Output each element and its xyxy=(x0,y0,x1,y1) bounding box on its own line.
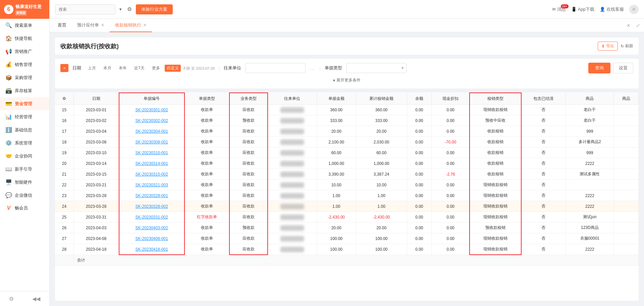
td-product: 2222 xyxy=(566,201,614,212)
filter-setting-button[interactable]: 设置 xyxy=(613,63,633,73)
expand-more-button[interactable]: ▾ 展开更多条件 xyxy=(330,76,363,84)
settings-bottom-icon[interactable]: ⚙ xyxy=(6,294,16,303)
td-order-no[interactable]: SK-20230310-001 xyxy=(119,147,184,158)
td-order-no[interactable]: SK-20230328-001 xyxy=(119,190,184,201)
filter-separator-2: | xyxy=(319,66,320,71)
app-download-button[interactable]: 📱 App下载 xyxy=(571,6,594,12)
th-product2: 商品 xyxy=(614,93,639,105)
topbar-right: ✉ 消息 99+ 📱 App下载 👤 在线客服 R xyxy=(552,5,639,14)
table-scroll[interactable]: ⚙ 日期 单据编号 单据类型 业务类型 往来单位 单据金额 累计核销金额 余额 … xyxy=(55,93,639,301)
hardware-icon: 🖥️ xyxy=(5,179,12,185)
tabs-bar: 首页 预计应付单 ✕ 收款核销执行 ✕ ✕ ⤢ xyxy=(50,19,644,32)
td-verified-amount: 20.00 xyxy=(356,126,407,137)
th-verify-type: 核销类型 xyxy=(470,93,521,105)
collapse-icon[interactable]: ◀◀ xyxy=(30,294,43,303)
td-date: 2023-03-04 xyxy=(73,126,119,137)
td-doc-type: 收款单 xyxy=(184,147,229,158)
td-product: 老白干 xyxy=(566,115,614,126)
filter-date-last-month[interactable]: 上月 xyxy=(85,65,99,72)
td-verified-amount: 1.00 xyxy=(356,190,407,201)
td-order-no[interactable]: SK-20230418-001 xyxy=(119,244,184,255)
tab-home[interactable]: 首页 xyxy=(52,19,72,32)
export-button[interactable]: ⬆ 导出 xyxy=(598,42,618,51)
sidebar-item-enterprise[interactable]: 🤝 企业协同 xyxy=(0,149,49,163)
filter-date-this-month[interactable]: 本月 xyxy=(101,65,114,72)
sidebar-item-quicknav[interactable]: 🏠 快捷导航 xyxy=(0,32,49,45)
td-order-no[interactable]: SK-20230314-001 xyxy=(119,158,184,169)
user-avatar[interactable]: R xyxy=(629,5,639,14)
table-row: 232023-03-28SK-20230328-001收款单应收款███████… xyxy=(55,190,639,201)
topbar-search-input[interactable] xyxy=(55,4,115,14)
online-service-button[interactable]: 👤 在线客服 xyxy=(600,6,624,12)
tab-verify[interactable]: 收款核销执行 ✕ xyxy=(110,19,152,32)
td-verified-amount: 2,030.00 xyxy=(356,137,407,147)
td-product: 老白干 xyxy=(566,105,614,115)
notification-button[interactable]: ✉ 消息 99+ xyxy=(552,6,566,12)
tab-verify-close[interactable]: ✕ xyxy=(143,23,147,27)
tab-prepay[interactable]: 预计应付单 ✕ xyxy=(72,19,110,32)
td-order-no[interactable]: SK-20230331-002 xyxy=(119,212,184,223)
topbar-gear-icon[interactable]: ⚙ xyxy=(127,6,132,12)
td-order-no[interactable]: SK-20230321-003 xyxy=(119,180,184,190)
sidebar-item-operations[interactable]: 📊 经营管理 xyxy=(0,110,49,123)
td-balance: 0.00 xyxy=(407,169,431,180)
sidebar-item-system[interactable]: ⚙️ 系统管理 xyxy=(0,136,49,149)
filter-date-7days[interactable]: 近7天 xyxy=(131,65,147,72)
td-order-no[interactable]: SK-20230328-002 xyxy=(119,201,184,212)
td-order-no[interactable]: SK-20230408-001 xyxy=(119,233,184,244)
td-order-no[interactable]: SK-20230301-002 xyxy=(119,105,184,115)
sidebar-item-member[interactable]: V 畅会员 xyxy=(0,202,49,215)
td-include-settled: 否 xyxy=(521,137,566,147)
filter-query-button[interactable]: 查询 xyxy=(588,63,610,73)
sidebar-item-hardware[interactable]: 🖥️ 智能硬件 xyxy=(0,176,49,189)
sidebar-item-purchase[interactable]: 📦 采购管理 xyxy=(0,71,49,84)
system-icon: ⚙️ xyxy=(5,140,12,146)
td-verified-amount: 10.00 xyxy=(356,180,407,190)
sidebar-item-marketing[interactable]: 📢 营销推广 xyxy=(0,45,49,58)
notification-icon: ✉ xyxy=(552,7,556,12)
td-order-no[interactable]: SK-20230302-002 xyxy=(119,115,184,126)
filter-date-custom[interactable]: 自定义 xyxy=(165,65,181,72)
tab-close-all-icon[interactable]: ✕ xyxy=(625,22,632,29)
td-rownum: 20 xyxy=(55,158,73,169)
tab-expand-icon[interactable]: ⤢ xyxy=(635,22,641,29)
sidebar-item-basic[interactable]: ℹ️ 基础信息 xyxy=(0,123,49,136)
td-order-no[interactable]: SK-20230304-001 xyxy=(119,126,184,137)
refresh-button[interactable]: ↻ 刷新 xyxy=(621,42,633,51)
refresh-label: 刷新 xyxy=(625,43,633,49)
td-biz-type: 应收款 xyxy=(229,158,268,169)
sidebar-item-finance[interactable]: 💳 资金管理 xyxy=(0,97,49,110)
filter-date-this-year[interactable]: 本年 xyxy=(116,65,129,72)
sidebar-item-sales[interactable]: 💰 销售管理 xyxy=(0,58,49,71)
td-doc-type: 收款单 xyxy=(184,105,229,115)
th-date: 日期 xyxy=(73,93,119,105)
td-verify-type: 现销收款核销 xyxy=(470,201,521,212)
td-order-no[interactable]: SK-20230315-002 xyxy=(119,169,184,180)
td-product-img xyxy=(614,158,639,169)
sidebar-label-inventory: 库存核算 xyxy=(15,88,32,94)
sidebar-item-guide[interactable]: 📖 新手引导 xyxy=(0,163,49,176)
tab-prepay-close[interactable]: ✕ xyxy=(101,23,104,27)
th-rownum: ⚙ xyxy=(55,93,73,105)
filter-expand-button[interactable]: » xyxy=(60,64,68,72)
td-product-img xyxy=(614,105,639,115)
th-balance: 余额 xyxy=(407,93,431,105)
td-order-no[interactable]: SK-20230403-002 xyxy=(119,223,184,233)
solution-button[interactable]: 体验行业方案 xyxy=(136,4,173,14)
sidebar-item-inventory[interactable]: 🗃️ 库存核算 xyxy=(0,84,49,97)
td-product-img xyxy=(614,126,639,137)
topbar-dropdown[interactable]: ▾ xyxy=(119,7,122,12)
filter-doc-type-select[interactable] xyxy=(346,63,407,73)
td-date: 2023-03-21 xyxy=(73,180,119,190)
td-partner: ████████ xyxy=(268,223,317,233)
data-table: ⚙ 日期 单据编号 单据类型 业务类型 往来单位 单据金额 累计核销金额 余额 … xyxy=(55,93,639,266)
td-include-settled: 否 xyxy=(521,115,566,126)
td-cash-discount: 0.00 xyxy=(432,212,470,223)
td-partner: ████████ xyxy=(268,115,317,126)
filter-partner-input[interactable] xyxy=(245,63,306,73)
sidebar-item-wechat[interactable]: 💬 企业微信 xyxy=(0,189,49,202)
filter-date-more[interactable]: 更多 xyxy=(149,65,163,72)
sidebar-item-search[interactable]: 🔍 搜索菜单 xyxy=(0,19,49,32)
dropdown-chevron-icon: ▾ xyxy=(119,7,122,12)
td-order-no[interactable]: SK-20230308-001 xyxy=(119,137,184,147)
